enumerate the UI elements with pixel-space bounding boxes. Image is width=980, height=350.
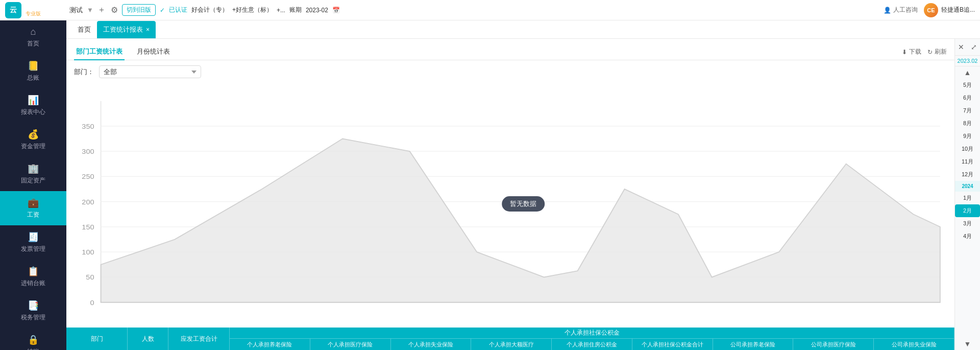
tab-bar: 首页 工资统计报表 × xyxy=(66,20,980,39)
sidebar-label-首页: 首页 xyxy=(27,39,39,48)
col-group-personal: 个人承担社保公积金 个人承担养老保险 个人承担医疗保险 个人承担失业保险 个人承… xyxy=(230,328,954,350)
page-content: 部门工资统计表 月份统计表 ⬇ 下载 ↻ 刷新 xyxy=(66,39,980,350)
sidebar-item-固定资产[interactable]: 🏢固定资产 xyxy=(0,157,66,191)
col-personal-total: 个人承担社保公积金合计 xyxy=(632,339,713,350)
filter-bar: 部门： 全部财务部销售部行政部技术部 xyxy=(66,60,954,83)
sidebar-item-资金管理[interactable]: 💰资金管理 xyxy=(0,123,66,157)
year-2024: 2024 xyxy=(955,181,980,192)
period-value: 2023-02 xyxy=(306,7,328,14)
sidebar-item-报表中心[interactable]: 📊报表中心 xyxy=(0,88,66,123)
tab-active[interactable]: 工资统计报表 × xyxy=(97,21,156,38)
month-5[interactable]: 5月 xyxy=(955,79,980,91)
sidebar-label-税务管理: 税务管理 xyxy=(21,313,45,322)
header-center: 测试 ▼ ＋ ⚙ 切到旧版 ✓ 已认证 好会计（专） +好生意（标） +... … xyxy=(69,4,884,16)
dept-filter-select[interactable]: 全部财务部销售部行政部技术部 xyxy=(99,65,201,78)
month-10[interactable]: 10月 xyxy=(955,143,980,155)
header-right: 👤 人工咨询 CE 轻捷通B追... xyxy=(884,3,975,17)
sub-tabs: 部门工资统计表 月份统计表 ⬇ 下载 ↻ 刷新 xyxy=(66,39,954,60)
add-icon[interactable]: ＋ xyxy=(97,5,106,15)
main-layout: ⌂首页📒总账📊报表中心💰资金管理🏢固定资产💼工资🧾发票管理📋进销台账📑税务管理🔒… xyxy=(0,20,980,350)
tab-home[interactable]: 首页 xyxy=(71,21,97,38)
download-icon: ⬇ xyxy=(902,49,907,56)
header-icons: ＋ ⚙ xyxy=(97,5,118,15)
dept-filter-label: 部门： xyxy=(74,67,94,77)
sub-tab-actions: ⬇ 下载 ↻ 刷新 xyxy=(902,48,947,56)
close-panel-button[interactable]: ✕ xyxy=(958,43,964,51)
sidebar-label-固定资产: 固定资产 xyxy=(21,176,45,185)
col-personal-major-medical: 个人承担大额医疗 xyxy=(471,339,552,350)
tab-close-button[interactable]: × xyxy=(146,26,150,33)
sidebar-label-发票管理: 发票管理 xyxy=(21,245,45,253)
refresh-button[interactable]: ↻ 刷新 xyxy=(927,48,947,56)
certified-icon: ✓ xyxy=(160,7,165,14)
sidebar-icon-报表中心: 📊 xyxy=(28,95,39,106)
svg-text:100: 100 xyxy=(82,248,94,256)
svg-text:250: 250 xyxy=(82,173,94,180)
user-info: CE 轻捷通B追... xyxy=(924,3,975,17)
download-button[interactable]: ⬇ 下载 xyxy=(902,48,921,56)
col-count: 人数 xyxy=(128,328,168,350)
sidebar-item-总账[interactable]: 📒总账 xyxy=(0,54,66,88)
month-7[interactable]: 7月 xyxy=(955,104,980,117)
current-date-label: 2023.02 xyxy=(955,56,980,66)
table-footer: 部门 人数 应发工资合计 个人承担社保公积金 个人承担养老保险 个人承担医疗保险… xyxy=(66,328,954,350)
sidebar-item-结账[interactable]: 🔒结账 xyxy=(0,328,66,350)
refresh-icon: ↻ xyxy=(927,49,933,56)
sidebar-label-报表中心: 报表中心 xyxy=(21,108,45,116)
sidebar-item-发票管理[interactable]: 🧾发票管理 xyxy=(0,225,66,260)
logo-icon: 云 xyxy=(5,2,21,18)
help-button[interactable]: 👤 人工咨询 xyxy=(884,6,918,14)
sidebar-icon-发票管理: 🧾 xyxy=(28,231,39,243)
sidebar-item-税务管理[interactable]: 📑税务管理 xyxy=(0,294,66,328)
month-6[interactable]: 6月 xyxy=(955,91,980,104)
svg-text:150: 150 xyxy=(82,223,94,230)
expand-panel-button[interactable]: ⤢ xyxy=(971,43,977,51)
col-personal-unemployment: 个人承担失业保险 xyxy=(391,339,472,350)
header-status: ✓ 已认证 好会计（专） +好生意（标） +... 账期 2023-02 📅 xyxy=(160,6,340,14)
month-2024-2[interactable]: 2月 xyxy=(955,204,980,217)
dropdown-icon[interactable]: ▼ xyxy=(87,6,93,14)
sidebar-icon-资金管理: 💰 xyxy=(28,129,39,140)
header-left: 云 畅捷通好会计 专业版 xyxy=(5,2,59,18)
sidebar-item-首页[interactable]: ⌂首页 xyxy=(0,20,66,54)
sidebar-icon-税务管理: 📑 xyxy=(28,300,39,311)
sidebar-item-进销台账[interactable]: 📋进销台账 xyxy=(0,260,66,294)
col-company-pension: 公司承担养老保险 xyxy=(713,339,794,350)
month-2024-1[interactable]: 1月 xyxy=(955,192,980,204)
month-2024-4[interactable]: 4月 xyxy=(955,230,980,243)
tab-month[interactable]: 月份统计表 xyxy=(135,44,172,60)
tab-dept[interactable]: 部门工资统计表 xyxy=(74,44,125,60)
month-12[interactable]: 12月 xyxy=(955,168,980,181)
app-name: 畅捷通好会计 xyxy=(26,3,59,10)
download-label: 下载 xyxy=(909,48,921,56)
month-2024-3[interactable]: 3月 xyxy=(955,217,980,230)
help-label: 人工咨询 xyxy=(893,6,918,14)
scroll-up-button[interactable]: ▲ xyxy=(962,66,973,79)
status-business: +好生意（标） xyxy=(232,6,273,14)
sidebar-label-工资: 工资 xyxy=(27,211,39,219)
main-panel: 部门工资统计表 月份统计表 ⬇ 下载 ↻ 刷新 xyxy=(66,39,954,350)
right-panel: ✕ ⤢ 2023.02 ▲ 5月 6月 7月 8月 9月 10月 11月 12月… xyxy=(954,39,980,350)
sidebar-item-工资[interactable]: 💼工资 xyxy=(0,191,66,225)
sidebar-icon-工资: 💼 xyxy=(28,197,39,208)
col-personal-pension: 个人承担养老保险 xyxy=(230,339,310,350)
sidebar-icon-总账: 📒 xyxy=(28,60,39,72)
status-more: +... xyxy=(277,7,285,14)
sidebar-icon-进销台账: 📋 xyxy=(28,266,39,277)
help-icon: 👤 xyxy=(884,7,891,14)
avatar: CE xyxy=(924,3,938,17)
month-8[interactable]: 8月 xyxy=(955,117,980,130)
switch-button[interactable]: 切到旧版 xyxy=(122,4,156,16)
month-11[interactable]: 11月 xyxy=(955,155,980,168)
month-9[interactable]: 9月 xyxy=(955,130,980,143)
svg-text:300: 300 xyxy=(82,148,94,155)
svg-text:350: 350 xyxy=(82,122,94,130)
sidebar-icon-结账: 🔒 xyxy=(28,334,39,345)
status-certified: 已认证 xyxy=(169,6,187,14)
sidebar-icon-首页: ⌂ xyxy=(31,27,36,37)
scroll-down-button[interactable]: ▼ xyxy=(962,338,973,350)
period-label: 账期 xyxy=(289,6,302,14)
sidebar-label-资金管理: 资金管理 xyxy=(21,142,45,151)
calendar-icon[interactable]: 📅 xyxy=(332,7,340,14)
settings-icon[interactable]: ⚙ xyxy=(111,5,118,15)
